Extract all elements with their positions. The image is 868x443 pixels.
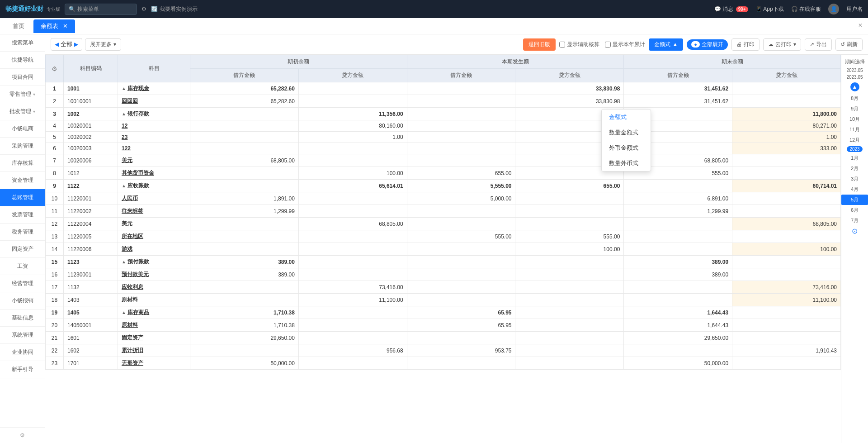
cell-name: ▲ 银行存款 (118, 108, 190, 120)
refresh-btn[interactable]: ↺ 刷新 (835, 38, 863, 51)
time-item-7[interactable]: 7月 (841, 215, 868, 226)
expand-more-btn[interactable]: 展开更多 ▾ (85, 38, 121, 51)
time-item-8[interactable]: 8月 (841, 93, 868, 104)
sidebar-item-wholesale[interactable]: 批发管理 ▾ (0, 103, 45, 120)
time-item-12[interactable]: 12月 (841, 135, 868, 145)
sidebar-item-search[interactable]: 搜索菜单 (0, 34, 45, 52)
sidebar-item-expense[interactable]: 小畅报销 (0, 292, 45, 310)
toggle-expand-btn[interactable]: ● 全部展开 (687, 39, 728, 50)
cell-open-credit (298, 154, 407, 167)
mode-btn[interactable]: 金额式 ▲ (649, 38, 683, 51)
cell-open-credit (298, 357, 407, 370)
time-item-6[interactable]: 6月 (841, 205, 868, 215)
sidebar-item-ledger[interactable]: 总账管理 (0, 189, 45, 206)
table-settings-icon[interactable]: ⚙ (52, 65, 57, 72)
sidebar-item-quick-nav[interactable]: 快捷导航 (0, 52, 45, 69)
aux-checkbox-input[interactable] (559, 42, 565, 48)
sidebar-item-tax[interactable]: 税务管理 (0, 224, 45, 241)
dropdown-item-qty-amount[interactable]: 数量金额式 (602, 125, 651, 140)
sidebar-item-retail[interactable]: 零售管理 ▾ (0, 86, 45, 103)
time-item-4[interactable]: 4月 (841, 184, 868, 195)
time-item-11[interactable]: 11月 (841, 124, 868, 135)
demo-link[interactable]: 🔄 我要看实例演示 (151, 5, 197, 13)
time-item-10[interactable]: 10月 (841, 114, 868, 124)
annual-checkbox-input[interactable] (605, 42, 611, 48)
cell-open-credit: 80,160.00 (298, 120, 407, 132)
gear-settings-icon[interactable]: ⚙ (142, 6, 146, 12)
back-old-version-btn[interactable]: 退回旧版 (523, 38, 556, 51)
dropdown-item-foreign-amount[interactable]: 外币金额式 (602, 140, 651, 156)
tab-home[interactable]: 首页 (5, 19, 32, 33)
time-item-9[interactable]: 9月 (841, 104, 868, 114)
cell-end-credit (732, 230, 841, 243)
cell-num: 9 (46, 180, 64, 192)
time-item-5[interactable]: 5月 (841, 195, 868, 205)
cell-num: 23 (46, 357, 64, 370)
sidebar-item-system[interactable]: 系统管理 (0, 327, 45, 344)
col-header-curr-debit: 借方金额 (407, 69, 515, 82)
cloud-print-btn[interactable]: ☁ 云打印 ▾ (763, 38, 801, 51)
sidebar-settings[interactable]: ⚙ (0, 427, 45, 443)
cell-open-credit (298, 268, 407, 281)
cell-open-credit: 68,805.00 (298, 218, 407, 230)
time-item-1[interactable]: 1月 (841, 153, 868, 163)
top-bar-left: 畅捷通好业财 专业版 🔍 搜索菜单 ⚙ 🔄 我要看实例演示 (5, 4, 198, 15)
cell-end-credit: 60,714.01 (732, 180, 841, 192)
top-search-box[interactable]: 🔍 搜索菜单 (65, 4, 137, 15)
sidebar-item-salary[interactable]: 工资 (0, 258, 45, 275)
nav-left-icon[interactable]: ◀ (55, 41, 59, 48)
cell-curr-credit (515, 344, 624, 357)
message-btn[interactable]: 💬 消息 99+ (714, 5, 748, 13)
cell-num: 13 (46, 230, 64, 243)
service-btn[interactable]: 🎧 在线客服 (791, 5, 821, 13)
cell-num: 2 (46, 95, 64, 108)
cell-curr-credit (515, 357, 624, 370)
cell-num: 6 (46, 143, 64, 154)
time-expand-up-btn[interactable]: ▲ (850, 82, 859, 91)
cell-open-credit (298, 306, 407, 319)
time-collapse-btn[interactable]: ⊙ (851, 226, 859, 236)
show-aux-checkbox[interactable]: 显示辅助核算 (559, 41, 599, 48)
cell-num: 12 (46, 218, 64, 230)
print-btn[interactable]: 🖨 打印 (731, 38, 760, 51)
sidebar-item-guide[interactable]: 新手引导 (0, 361, 45, 378)
sidebar-item-operations[interactable]: 经营管理 (0, 275, 45, 292)
time-item-3[interactable]: 3月 (841, 174, 868, 184)
sidebar-item-basic[interactable]: 基础信息 (0, 310, 45, 327)
window-close-icon[interactable]: ✕ (858, 22, 863, 30)
toolbar-right: 退回旧版 显示辅助核算 显示本年累计 金额式 ▲ ● (523, 38, 863, 51)
user-avatar[interactable]: 👤 (828, 4, 839, 14)
sidebar-item-purchase[interactable]: 采购管理 (0, 138, 45, 155)
cell-end-credit: 1,910.43 (732, 344, 841, 357)
cell-curr-debit (407, 218, 515, 230)
app-logo: 畅捷通好业财 专业版 (5, 5, 60, 13)
cell-code: 10020001 (64, 120, 118, 132)
show-annual-checkbox[interactable]: 显示本年累计 (605, 41, 645, 48)
time-item-2[interactable]: 2月 (841, 163, 868, 174)
cell-curr-credit: 33,830.98 (515, 95, 624, 108)
window-minimize-icon[interactable]: － (850, 22, 855, 30)
cell-curr-credit: 100.00 (515, 243, 624, 256)
tab-close-icon[interactable]: ✕ (63, 23, 68, 29)
sidebar-item-ecommerce[interactable]: 小畅电商 (0, 120, 45, 138)
tab-balance[interactable]: 余额表 ✕ (33, 19, 75, 33)
dropdown-item-amount[interactable]: 金额式 (602, 110, 651, 125)
toggle-switch[interactable]: ● (691, 41, 700, 48)
cell-curr-debit (407, 332, 515, 344)
download-btn[interactable]: 📱 App下载 (755, 5, 784, 13)
sidebar-item-assets[interactable]: 固定资产 (0, 241, 45, 258)
dropdown-item-qty-foreign[interactable]: 数量外币式 (602, 156, 651, 171)
cell-end-credit: 100.00 (732, 243, 841, 256)
cell-code: 1132 (64, 281, 118, 294)
cell-end-credit (732, 154, 841, 167)
sidebar-item-inventory[interactable]: 库存核算 (0, 155, 45, 172)
sidebar-item-project[interactable]: 项目合同 (0, 69, 45, 86)
cell-end-credit (732, 192, 841, 205)
sidebar-item-invoice[interactable]: 发票管理 (0, 206, 45, 224)
sidebar-item-cooperation[interactable]: 企业协同 (0, 344, 45, 361)
settings-header[interactable]: ⚙ (46, 55, 64, 82)
nav-right-icon[interactable]: ▶ (74, 41, 78, 48)
export-btn[interactable]: ↗ 导出 (805, 38, 832, 51)
filter-search-box[interactable]: ◀ 全部 ▶ (51, 38, 82, 51)
sidebar-item-funds[interactable]: 资金管理 (0, 172, 45, 189)
